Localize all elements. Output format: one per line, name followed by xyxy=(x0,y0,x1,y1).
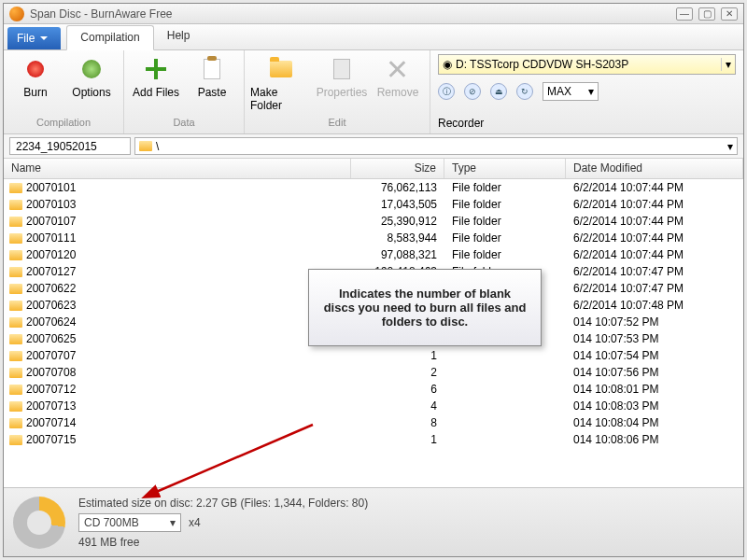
folder-icon xyxy=(9,250,22,260)
folder-icon xyxy=(9,334,22,344)
menubar: File Compilation Help xyxy=(4,24,743,50)
table-row[interactable]: 200701118,583,944File folder6/2/2014 10:… xyxy=(4,230,743,246)
recorder-erase-button[interactable]: ⊘ xyxy=(464,83,481,100)
table-row[interactable]: 2007012097,088,321File folder6/2/2014 10… xyxy=(4,246,743,263)
caret-down-icon xyxy=(40,36,48,40)
table-row[interactable]: 200707148014 10:08:04 PM xyxy=(4,414,743,431)
column-headers: Name Size Type Date Modified xyxy=(4,159,743,179)
folder-icon xyxy=(9,183,22,193)
table-row[interactable]: 2007010725,390,912File folder6/2/2014 10… xyxy=(4,213,743,230)
pathbar: \ ▾ xyxy=(4,134,743,159)
folder-icon xyxy=(9,435,22,445)
folder-icon xyxy=(9,301,22,311)
close-button[interactable]: ✕ xyxy=(721,7,738,21)
col-type[interactable]: Type xyxy=(444,159,566,178)
group-caption-data: Data xyxy=(128,117,240,132)
disc-icon: ◉ xyxy=(443,58,452,71)
burn-icon xyxy=(27,61,44,77)
folder-icon xyxy=(9,368,22,378)
window-title: Span Disc - BurnAware Free xyxy=(30,7,676,21)
recorder-refresh-button[interactable]: ↻ xyxy=(516,83,533,100)
table-row[interactable]: 2007010317,043,505File folder6/2/2014 10… xyxy=(4,196,743,213)
folder-icon xyxy=(9,200,22,210)
col-size[interactable]: Size xyxy=(351,159,444,178)
paste-icon xyxy=(204,59,220,79)
chevron-down-icon: ▾ xyxy=(588,85,594,98)
table-row[interactable]: 200707134014 10:08:03 PM xyxy=(4,398,743,414)
group-caption-compilation: Compilation xyxy=(7,117,120,132)
minimize-button[interactable]: — xyxy=(676,7,693,21)
make-folder-button[interactable]: Make Folder xyxy=(248,52,314,117)
remove-icon xyxy=(388,59,408,79)
options-icon xyxy=(82,60,101,78)
chevron-down-icon: ▾ xyxy=(721,58,731,71)
disc-usage-chart xyxy=(13,497,65,549)
file-menu-button[interactable]: File xyxy=(7,27,61,49)
tab-compilation[interactable]: Compilation xyxy=(66,25,153,50)
table-row[interactable]: 200707071014 10:07:54 PM xyxy=(4,347,743,364)
folder-icon xyxy=(270,61,292,77)
chevron-down-icon: ▾ xyxy=(170,516,176,529)
folder-icon xyxy=(9,217,22,227)
disc-type-combo[interactable]: CD 700MB ▾ xyxy=(78,513,181,532)
app-icon xyxy=(9,7,24,21)
recorder-device-combo[interactable]: ◉ D: TSSTcorp CDDVDW SH-S203P ▾ xyxy=(438,54,736,75)
table-row[interactable]: 200707126014 10:08:01 PM xyxy=(4,381,743,398)
folder-icon xyxy=(9,267,22,277)
table-row[interactable]: 2007010176,062,113File folder6/2/2014 10… xyxy=(4,179,743,196)
folder-icon xyxy=(9,351,22,361)
recorder-info-button[interactable]: ⓘ xyxy=(438,83,455,100)
folder-icon xyxy=(9,284,22,294)
path-combo[interactable]: \ ▾ xyxy=(134,137,738,155)
paste-button[interactable]: Paste xyxy=(184,52,240,117)
properties-icon xyxy=(333,59,350,79)
statusbar: Estimated size on disc: 2.27 GB (Files: … xyxy=(4,487,743,556)
remove-button: Remove xyxy=(370,52,426,117)
table-row[interactable]: 200707151014 10:08:06 PM xyxy=(4,431,743,448)
options-button[interactable]: Options xyxy=(63,52,120,117)
folder-icon xyxy=(9,418,22,428)
titlebar: Span Disc - BurnAware Free — ▢ ✕ xyxy=(4,4,743,24)
group-caption-recorder: Recorder xyxy=(438,117,736,130)
folder-icon xyxy=(9,233,22,244)
disc-label-input[interactable] xyxy=(9,137,131,155)
tab-help[interactable]: Help xyxy=(154,24,204,49)
speed-combo[interactable]: MAX ▾ xyxy=(543,82,599,101)
properties-button: Properties xyxy=(314,52,370,117)
col-name[interactable]: Name xyxy=(4,159,351,178)
maximize-button[interactable]: ▢ xyxy=(698,7,715,21)
group-caption-edit: Edit xyxy=(248,117,426,132)
folder-icon xyxy=(139,141,152,151)
recorder-eject-button[interactable]: ⏏ xyxy=(490,83,507,100)
tutorial-callout: Indicates the number of blank discs you … xyxy=(308,269,542,346)
free-space-text: 491 MB free xyxy=(78,536,368,549)
estimate-text: Estimated size on disc: 2.27 GB (Files: … xyxy=(78,497,368,510)
burn-button[interactable]: Burn xyxy=(7,52,63,117)
disc-count-multiplier: x4 xyxy=(189,516,201,529)
chevron-down-icon: ▾ xyxy=(727,140,733,153)
col-date[interactable]: Date Modified xyxy=(566,159,743,178)
ribbon: Burn Options Compilation Add Files Paste xyxy=(4,50,743,134)
add-files-button[interactable]: Add Files xyxy=(128,52,184,117)
add-icon xyxy=(146,59,166,79)
folder-icon xyxy=(9,401,22,412)
folder-icon xyxy=(9,317,22,328)
folder-icon xyxy=(9,385,22,395)
table-row[interactable]: 200707082014 10:07:56 PM xyxy=(4,364,743,381)
